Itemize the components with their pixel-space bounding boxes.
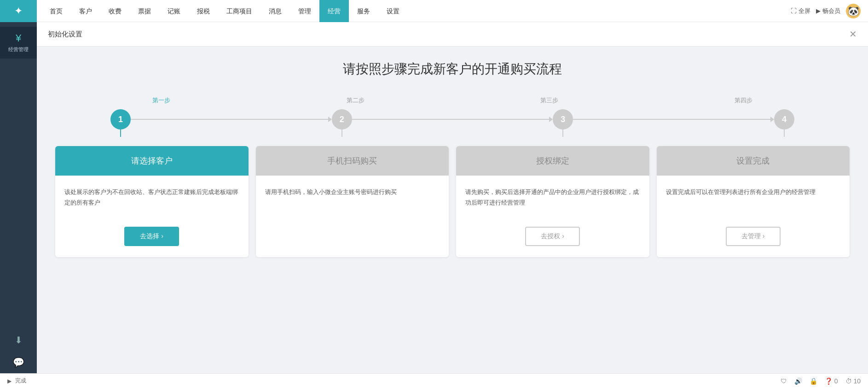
nav-item-operation[interactable]: 经营 bbox=[319, 0, 349, 22]
avatar[interactable]: 🐼 bbox=[846, 4, 861, 18]
page-header: 初始化设置 ✕ bbox=[37, 22, 868, 47]
step-3-label: 第三步 bbox=[452, 96, 647, 105]
member-label: 畅会员 bbox=[822, 7, 840, 15]
step-1-down-line bbox=[120, 129, 121, 137]
sidebar-item-operation[interactable]: ¥ 经营管理 bbox=[0, 27, 37, 59]
lock-icon[interactable]: 🔒 bbox=[810, 377, 817, 385]
nav-item-tax[interactable]: 报税 bbox=[189, 0, 218, 22]
card-3-header: 授权绑定 bbox=[456, 146, 649, 176]
step-2-down-line bbox=[341, 129, 342, 137]
volume-icon[interactable]: 🔊 bbox=[794, 377, 802, 385]
card-1-body: 该处展示的客户为不在回收站、客户状态正常建账后完成老板端绑定的所有客户 bbox=[55, 176, 249, 219]
nav-item-fee[interactable]: 收费 bbox=[100, 0, 130, 22]
card-3-footer: 去授权 › bbox=[456, 219, 649, 257]
status-right: 🛡 🔊 🔒 ❓ 0 ⏱ 10 bbox=[781, 377, 861, 385]
step-4-down-line bbox=[784, 129, 785, 137]
step-4-circle: 4 bbox=[774, 109, 794, 129]
sidebar-help-item[interactable]: 💬 bbox=[13, 351, 24, 373]
play-icon: ▶ bbox=[816, 7, 821, 14]
card-4-header: 设置完成 bbox=[657, 146, 850, 176]
step-4-circle-wrap: 4 bbox=[774, 109, 794, 137]
help-icon: 💬 bbox=[13, 357, 24, 368]
step-1-label: 第一步 bbox=[64, 96, 259, 105]
nav-item-service[interactable]: 服务 bbox=[349, 0, 378, 22]
cards-row: 请选择客户 该处展示的客户为不在回收站、客户状态正常建账后完成老板端绑定的所有客… bbox=[55, 146, 850, 257]
nav-item-settings[interactable]: 设置 bbox=[378, 0, 408, 22]
connector-3-4 bbox=[573, 117, 774, 122]
card-1-button[interactable]: 去选择 › bbox=[124, 227, 179, 246]
card-3-body: 请先购买，购买后选择开通的产品中的企业用户进行授权绑定，成功后即可进行经营管理 bbox=[456, 176, 649, 219]
card-3: 授权绑定 请先购买，购买后选择开通的产品中的企业用户进行授权绑定，成功后即可进行… bbox=[456, 146, 649, 257]
logo-area: ✦ bbox=[0, 0, 37, 22]
main-heading: 请按照步骤完成新客户的开通购买流程 bbox=[55, 60, 850, 78]
status-play-icon: ▶ bbox=[7, 378, 12, 384]
connector-2-3 bbox=[352, 117, 553, 122]
steps-circles-row: 1 2 3 bbox=[55, 109, 850, 137]
status-left: ▶ 完成 bbox=[7, 377, 26, 385]
steps-labels-row: 第一步 第二步 第三步 第四步 bbox=[55, 96, 850, 105]
status-label: 完成 bbox=[15, 377, 26, 385]
nav-item-industry[interactable]: 工商项目 bbox=[218, 0, 260, 22]
nav-item-home[interactable]: 首页 bbox=[41, 0, 71, 22]
step-2-label: 第二步 bbox=[259, 96, 453, 105]
sidebar-item-label: 经营管理 bbox=[8, 46, 29, 53]
sidebar-download-item[interactable]: ⬇ bbox=[13, 329, 24, 351]
step-2-circle: 2 bbox=[332, 109, 352, 129]
card-3-button[interactable]: 去授权 › bbox=[525, 227, 580, 246]
card-4-footer: 去管理 › bbox=[657, 219, 850, 257]
member-button[interactable]: ▶ 畅会员 bbox=[816, 7, 840, 15]
fullscreen-label: 全屏 bbox=[799, 7, 810, 15]
close-button[interactable]: ✕ bbox=[849, 29, 857, 40]
card-2-footer bbox=[256, 239, 449, 257]
sidebar-bottom: ⬇ 💬 bbox=[13, 329, 24, 373]
shield-icon[interactable]: 🛡 bbox=[781, 377, 787, 385]
status-bar: ▶ 完成 🛡 🔊 🔒 ❓ 0 ⏱ 10 bbox=[0, 373, 868, 388]
card-4: 设置完成 设置完成后可以在管理列表进行所有企业用户的经营管理 去管理 › bbox=[657, 146, 850, 257]
nav-item-customer[interactable]: 客户 bbox=[71, 0, 100, 22]
card-1-footer: 去选择 › bbox=[55, 219, 249, 257]
nav-item-manage[interactable]: 管理 bbox=[290, 0, 319, 22]
step-1-circle-wrap: 1 bbox=[110, 109, 131, 137]
nav-items: 首页 客户 收费 票据 记账 报税 工商项目 消息 管理 经营 服务 设置 bbox=[37, 0, 791, 22]
help-status-icon[interactable]: ❓ 0 bbox=[825, 377, 838, 385]
card-4-button[interactable]: 去管理 › bbox=[726, 227, 781, 246]
card-2: 手机扫码购买 请用手机扫码，输入小微企业主账号密码进行购买 bbox=[256, 146, 449, 257]
card-1: 请选择客户 该处展示的客户为不在回收站、客户状态正常建账后完成老板端绑定的所有客… bbox=[55, 146, 249, 257]
top-nav: ✦ 首页 客户 收费 票据 记账 报税 工商项目 消息 管理 经营 服务 设置 … bbox=[0, 0, 868, 22]
nav-right: ⛶ 全屏 ▶ 畅会员 🐼 bbox=[791, 4, 868, 18]
yen-icon: ¥ bbox=[16, 32, 21, 44]
page-title: 初始化设置 bbox=[48, 30, 82, 39]
fullscreen-button[interactable]: ⛶ 全屏 bbox=[791, 7, 810, 15]
card-2-body: 请用手机扫码，输入小微企业主账号密码进行购买 bbox=[256, 176, 449, 239]
nav-item-accounting[interactable]: 记账 bbox=[159, 0, 189, 22]
card-4-body: 设置完成后可以在管理列表进行所有企业用户的经营管理 bbox=[657, 176, 850, 219]
step-1-circle: 1 bbox=[110, 109, 131, 129]
card-2-header: 手机扫码购买 bbox=[256, 146, 449, 176]
logo-icon: ✦ bbox=[14, 5, 23, 17]
card-1-header: 请选择客户 bbox=[55, 146, 249, 176]
nav-item-invoice[interactable]: 票据 bbox=[130, 0, 159, 22]
time-icon: ⏱ 10 bbox=[845, 377, 861, 385]
step-3-down-line bbox=[562, 129, 563, 137]
nav-item-message[interactable]: 消息 bbox=[260, 0, 290, 22]
step-3-circle: 3 bbox=[553, 109, 573, 129]
content-area: 请按照步骤完成新客户的开通购买流程 第一步 第二步 第三步 第四步 1 bbox=[37, 47, 868, 271]
fullscreen-icon: ⛶ bbox=[791, 7, 797, 14]
main-content: 初始化设置 ✕ 请按照步骤完成新客户的开通购买流程 第一步 第二步 第三步 第四… bbox=[37, 22, 868, 373]
step-2-circle-wrap: 2 bbox=[332, 109, 352, 137]
download-icon: ⬇ bbox=[15, 335, 23, 346]
step-3-circle-wrap: 3 bbox=[553, 109, 573, 137]
step-4-label: 第四步 bbox=[647, 96, 841, 105]
connector-1-2 bbox=[131, 117, 332, 122]
sidebar: ¥ 经营管理 ⬇ 💬 bbox=[0, 22, 37, 373]
